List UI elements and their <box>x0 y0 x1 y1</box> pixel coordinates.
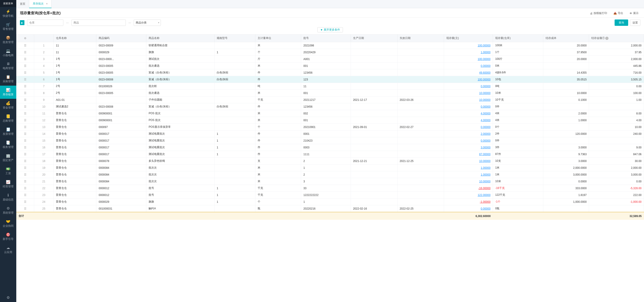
row-exp-date <box>397 69 444 76</box>
goods-input[interactable] <box>72 20 126 26</box>
row-settings[interactable]: ☰ <box>16 158 34 165</box>
sidebar-item-税务管理[interactable]: 📑 税务管理 <box>0 138 16 151</box>
row-qty-main[interactable]: 0.00000 <box>444 103 493 110</box>
sidebar-item-小脸电商[interactable]: 💻 小脸电商 <box>0 46 16 60</box>
row-settings[interactable]: ☰ <box>16 90 34 96</box>
row-goods-code: 0000012 <box>96 192 146 199</box>
row-total-cost: 30.00 <box>589 158 644 165</box>
row-exp-date <box>397 165 444 171</box>
expand-conditions-button[interactable]: ▼ 展开更多条件 <box>317 27 343 32</box>
row-qty-main[interactable]: 10.00000 <box>444 158 493 165</box>
row-qty-main[interactable]: 100.00000 <box>444 42 493 49</box>
row-qty-main[interactable]: 1.00000 <box>444 49 493 56</box>
row-qty-main[interactable]: -1.00000 <box>444 199 493 205</box>
sidebar-item-经营管理[interactable]: 📈 经营管理 <box>0 178 16 191</box>
sidebar-item-企业协同[interactable]: 🤝 企业协同 <box>0 217 16 230</box>
display-button[interactable]: 👁 展示 <box>628 11 640 16</box>
row-qty-main[interactable]: 0.00000 <box>444 124 493 130</box>
sidebar-item-发票管理[interactable]: 🧾 发票管理 <box>0 125 16 138</box>
row-settings[interactable]: ☰ <box>16 83 34 90</box>
row-qty-main[interactable]: 2.00000 <box>444 130 493 137</box>
sidebar-item-批发管理[interactable]: 📦 批发管理 <box>0 33 16 46</box>
sidebar-item-采购管理[interactable]: 📋 采购管理 <box>0 73 16 86</box>
category-select[interactable]: 商品分类 <box>134 20 161 26</box>
row-settings[interactable]: ☰ <box>16 199 34 205</box>
total-cost-info-icon[interactable]: i <box>605 37 608 40</box>
goods-dots[interactable]: ··· <box>128 21 131 25</box>
sidebar-item-云应用[interactable]: ☁ 云应用 <box>0 243 16 256</box>
sidebar-item-零售管理[interactable]: 🛒 零售管理 <box>0 20 16 33</box>
row-settings[interactable]: ☰ <box>16 185 34 192</box>
row-qty-main[interactable]: 0.00000 <box>444 137 493 144</box>
row-settings[interactable]: ☰ <box>16 76 34 83</box>
col-settings[interactable]: ⚙ <box>16 35 34 42</box>
row-settings[interactable]: ☰ <box>16 103 34 110</box>
reset-button[interactable]: 设置 <box>630 20 640 26</box>
row-settings[interactable]: ☰ <box>16 171 34 178</box>
sidebar-item-库存核算[interactable]: 📊 库存核算 <box>0 86 16 99</box>
sidebar-logo[interactable]: 搜索菜单 <box>0 0 16 7</box>
sidebar-item-电商管理[interactable]: 🖥 电商管理 <box>0 60 16 73</box>
row-settings[interactable]: ☰ <box>16 69 34 76</box>
row-qty-main[interactable]: 0.00000 <box>444 205 493 212</box>
row-qty-main[interactable]: 87.00000 <box>444 151 493 158</box>
warehouse-input[interactable] <box>27 20 63 26</box>
row-qty-main[interactable]: 4.00000 <box>444 110 493 117</box>
search-button[interactable]: 查询 <box>614 20 628 26</box>
row-index: 20 <box>34 171 54 178</box>
warehouse-dots[interactable]: ··· <box>66 21 69 25</box>
sidebar-item-新手引导[interactable]: 🎯 新手引导 <box>0 230 16 243</box>
toggle-filter-button[interactable]: ▶ <box>20 20 24 25</box>
row-qty-main[interactable]: 122.00000 <box>444 192 493 199</box>
row-qty-main[interactable]: 0.00000 <box>444 83 493 90</box>
tab-home[interactable]: 首页 <box>16 0 29 8</box>
sidebar-item-系统管理[interactable]: ⚙ 系统管理 <box>0 204 16 217</box>
row-settings[interactable]: ☰ <box>16 63 34 69</box>
sidebar-item-固定资产[interactable]: 🏢 固定资产 <box>0 151 16 165</box>
row-goods-code: 0000012 <box>96 185 146 192</box>
row-settings[interactable]: ☰ <box>16 42 34 49</box>
table-row: ☰ 25 普查仓仓 001000031 触约A 瓶 20220216 2022-… <box>16 205 644 212</box>
row-qty-main[interactable]: 100.00000 <box>444 56 493 63</box>
sidebar-item-工资[interactable]: 💵 工资 <box>0 165 16 178</box>
row-exp-date <box>397 90 444 96</box>
row-settings[interactable]: ☰ <box>16 124 34 130</box>
row-qty-main[interactable]: -16.00000 <box>444 185 493 192</box>
row-settings[interactable]: ☰ <box>16 165 34 171</box>
row-settings[interactable]: ☰ <box>16 130 34 137</box>
row-settings[interactable]: ☰ <box>16 110 34 117</box>
row-qty-main[interactable]: 0.00000 <box>444 63 493 69</box>
row-qty-main[interactable]: 3.00000 <box>444 144 493 151</box>
row-qty-main[interactable]: 1.00000 <box>444 165 493 171</box>
tab-close-icon[interactable]: ✕ <box>46 3 48 5</box>
row-total-cost: 445.86 <box>589 63 644 69</box>
row-qty-main[interactable]: 100.00000 <box>444 76 493 83</box>
row-settings[interactable]: ☰ <box>16 137 34 144</box>
row-settings[interactable]: ☰ <box>16 56 34 63</box>
row-prod-date <box>350 185 397 192</box>
row-qty-main[interactable]: 10.00000 <box>444 178 493 185</box>
row-total-cost: 9.00 <box>589 144 644 151</box>
sidebar-item-快捷导航[interactable]: ⚡ 快捷导航 <box>0 7 16 20</box>
row-qty-main[interactable]: 10.00000 <box>444 96 493 103</box>
row-settings[interactable]: ☰ <box>16 117 34 124</box>
row-qty-main[interactable]: 4.00000 <box>444 117 493 124</box>
sidebar-item-总账管理[interactable]: 📒 总账管理 <box>0 112 16 125</box>
row-goods-name: 批次次 <box>146 165 214 171</box>
sidebar-item-基础信息[interactable]: ℹ 基础信息 <box>0 191 16 204</box>
row-settings[interactable]: ☰ <box>16 192 34 199</box>
sidebar-item-资金管理[interactable]: 💰 资金管理 <box>0 99 16 112</box>
row-settings[interactable]: ☰ <box>16 178 34 185</box>
row-qty-main[interactable]: 49.60000 <box>444 69 493 76</box>
row-settings[interactable]: ☰ <box>16 144 34 151</box>
row-qty-main[interactable]: 10.00000 <box>444 90 493 96</box>
row-settings[interactable]: ☰ <box>16 96 34 103</box>
export-button[interactable]: 📤 导出 <box>612 11 625 16</box>
sidebar-settings[interactable]: ⚙ <box>0 293 16 302</box>
tab-inventory-batch[interactable]: 库存批次 ✕ <box>29 0 52 8</box>
row-settings[interactable]: ☰ <box>16 205 34 212</box>
row-qty-main[interactable]: 1.00000 <box>444 171 493 178</box>
row-settings[interactable]: ☰ <box>16 49 34 56</box>
row-settings[interactable]: ☰ <box>16 151 34 158</box>
print-template-button[interactable]: 🖨 按模板打印 <box>588 11 609 16</box>
